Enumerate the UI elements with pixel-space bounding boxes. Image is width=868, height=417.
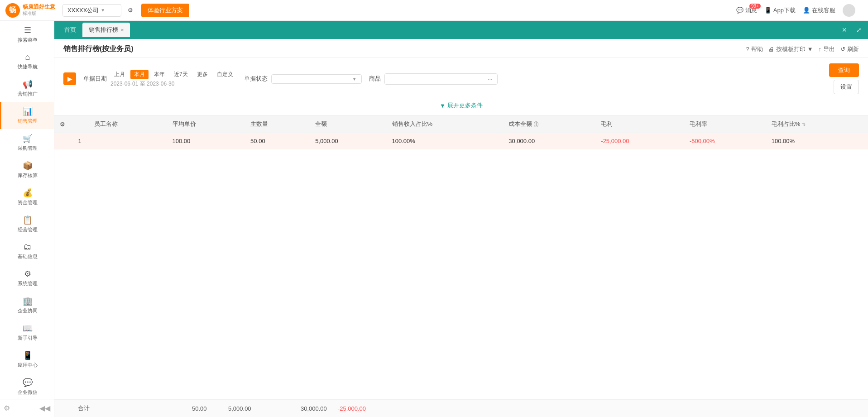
col-employee: 员工名称	[89, 115, 167, 133]
tab-close-btn[interactable]: ✕	[839, 24, 850, 35]
date-tab-this-month[interactable]: 本月	[130, 70, 149, 79]
sidebar-item-label: 应用中心	[18, 362, 38, 369]
tab-sales-ranking[interactable]: 销售排行榜 ×	[82, 23, 130, 37]
sidebar-item-search[interactable]: ☰ 搜索菜单	[0, 21, 54, 48]
footer-label: 合计	[60, 404, 150, 412]
tab-restore-btn[interactable]: ⤢	[854, 24, 864, 35]
sidebar-item-enterprise[interactable]: 🏢 企业协同	[0, 292, 54, 319]
table-body: 1 100.00 50.00 5,000.00 100.00% 30,000.0…	[54, 133, 868, 149]
date-filter-controls: 上月 本月 本年 近7天 更多 自定义 2023-06-01 至 2023-06…	[110, 70, 237, 88]
finance-icon: 💰	[23, 188, 33, 198]
sidebar-item-guide[interactable]: 📖 新手引导	[0, 319, 54, 346]
col-gross-rate: 毛利率	[684, 115, 766, 133]
print-label: 按模板打印	[776, 45, 806, 53]
sidebar-item-label: 新手引导	[18, 335, 38, 341]
system-icon: ⚙	[24, 269, 31, 279]
app-download-label: App下载	[773, 6, 796, 14]
tab-active-label: 销售排行榜	[89, 26, 118, 34]
settings-icon[interactable]: ⚙	[124, 4, 137, 17]
refresh-button[interactable]: ↺ 刷新	[840, 45, 859, 53]
col-rank	[71, 115, 89, 133]
sidebar-item-label: 销售管理	[18, 118, 38, 125]
trial-button[interactable]: 体验行业方案	[141, 4, 189, 17]
logo-text-block: 畅康通好生意 标准版	[23, 4, 55, 17]
cell-gross-rate: -500.00%	[684, 133, 766, 149]
app-download-button[interactable]: 📱 App下载	[764, 6, 796, 14]
footer-amount: 5,000.00	[223, 405, 259, 412]
message-button[interactable]: 💬 消息 99+	[736, 6, 757, 14]
enterprise-icon: 🏢	[23, 296, 33, 306]
download-icon: 📱	[764, 7, 772, 14]
app-name: 畅康通好生意	[23, 4, 55, 11]
sidebar: ☰ 搜索菜单 ⌂ 快捷导航 📢 营销推广 📊 销售管理 🛒 采购管理	[0, 21, 54, 417]
sidebar-item-sales[interactable]: 📊 销售管理	[0, 102, 54, 129]
cell-rank: 1	[71, 133, 89, 149]
tab-close-icon[interactable]: ×	[121, 27, 124, 33]
help-button[interactable]: ? 帮助	[746, 45, 762, 53]
sidebar-item-system[interactable]: ⚙ 系统管理	[0, 264, 54, 292]
date-filter-item: 单据日期 上月 本月 本年 近7天 更多 自定义 2023-06-01 至 20…	[83, 70, 237, 88]
sidebar-item-appstore[interactable]: 📱 应用中心	[0, 346, 54, 373]
content-area: 首页 销售排行榜 × ✕ ⤢ 销售排行榜(按业务员) ? 帮助	[54, 21, 868, 417]
export-button[interactable]: ↑ 导出	[819, 45, 835, 53]
sidebar-item-basics[interactable]: 🗂 基础信息	[0, 238, 54, 264]
col-settings[interactable]: ⚙	[54, 115, 71, 133]
cell-settings[interactable]	[54, 133, 71, 149]
tab-home-label: 首页	[64, 26, 76, 34]
message-badge: 99+	[749, 4, 761, 9]
date-tab-7days[interactable]: 近7天	[170, 70, 192, 79]
sidebar-item-finance[interactable]: 💰 资金管理	[0, 183, 54, 211]
online-service-button[interactable]: 👤 在线客服	[803, 6, 835, 14]
expand-arrow-button[interactable]: ▶	[63, 72, 76, 85]
sidebar-item-marketing[interactable]: 📢 营销推广	[0, 75, 54, 102]
status-filter-select[interactable]: ▼	[271, 74, 362, 84]
goods-filter-input[interactable]: ···	[384, 73, 498, 85]
purchase-icon: 🛒	[23, 134, 33, 144]
top-bar: 畅 畅康通好生意 标准版 XXXXX公司 ▼ ⚙ 体验行业方案 💬 消息 99+…	[0, 0, 868, 21]
app-edition: 标准版	[23, 10, 55, 17]
sidebar-item-inventory[interactable]: 📦 库存核算	[0, 156, 54, 183]
table-area: ⚙ 员工名称 平均单价 主数量 全额 销售收入占比% 成本全额 i 毛利 毛利率…	[54, 115, 868, 399]
date-tab-this-year[interactable]: 本年	[150, 70, 168, 79]
sidebar-settings-icon[interactable]: ⚙	[4, 404, 10, 412]
company-selector[interactable]: XXXXX公司 ▼	[62, 4, 121, 17]
sidebar-item-label: 快捷导航	[18, 63, 38, 70]
footer-row: 合计 50.00 5,000.00 30,000.00 -25,000.00	[60, 404, 863, 412]
cell-avg-price: 100.00	[167, 133, 245, 149]
sidebar-item-label: 企业微信	[18, 389, 38, 396]
filter-row: ▶ 单据日期 上月 本月 本年 近7天 更多 自定义	[63, 63, 859, 94]
export-label: 导出	[823, 45, 835, 53]
date-tab-last-month[interactable]: 上月	[110, 70, 129, 79]
query-button[interactable]: 查询	[829, 63, 859, 77]
sidebar-item-wechat[interactable]: 💬 企业微信	[0, 373, 54, 399]
tab-home[interactable]: 首页	[58, 23, 82, 37]
date-tabs: 上月 本月 本年 近7天 更多 自定义	[110, 70, 237, 79]
cell-amount: 5,000.00	[310, 133, 386, 149]
date-tab-more[interactable]: 更多	[193, 70, 211, 79]
operations-icon: 📋	[23, 215, 33, 225]
page-header: 销售排行榜(按业务员) ? 帮助 🖨 按模板打印 ▼ ↑ 导出	[54, 39, 868, 58]
basics-icon: 🗂	[24, 242, 32, 252]
cell-qty: 50.00	[245, 133, 310, 149]
goods-filter-item: 商品 ···	[369, 73, 498, 85]
footer-cost: 30,000.00	[295, 405, 332, 412]
date-range-text: 2023-06-01 至 2023-06-30	[110, 80, 237, 88]
print-button[interactable]: 🖨 按模板打印 ▼	[768, 45, 813, 53]
sidebar-item-operations[interactable]: 📋 经营管理	[0, 211, 54, 238]
expand-more-button[interactable]: ▼ 展开更多条件	[440, 101, 483, 110]
sidebar-collapse-icon[interactable]: ◀◀	[39, 404, 50, 412]
avatar[interactable]	[843, 4, 855, 17]
cell-employee	[89, 133, 167, 149]
home-icon: ⌂	[25, 53, 30, 62]
sidebar-menu: ☰ 搜索菜单 ⌂ 快捷导航 📢 营销推广 📊 销售管理 🛒 采购管理	[0, 21, 54, 399]
status-filter-item: 单据状态 ▼	[244, 74, 362, 84]
date-tab-custom[interactable]: 自定义	[213, 70, 237, 79]
sidebar-item-label: 企业协同	[18, 307, 38, 314]
table-row: 1 100.00 50.00 5,000.00 100.00% 30,000.0…	[54, 133, 868, 149]
sidebar-item-shortcuts[interactable]: ⌂ 快捷导航	[0, 48, 54, 75]
table-settings-button[interactable]: 设置	[834, 80, 859, 94]
query-actions: 查询 设置	[829, 63, 859, 94]
sidebar-item-label: 库存核算	[18, 172, 38, 179]
sidebar-item-purchase[interactable]: 🛒 采购管理	[0, 129, 54, 156]
expand-chevron-icon: ▼	[440, 102, 446, 109]
